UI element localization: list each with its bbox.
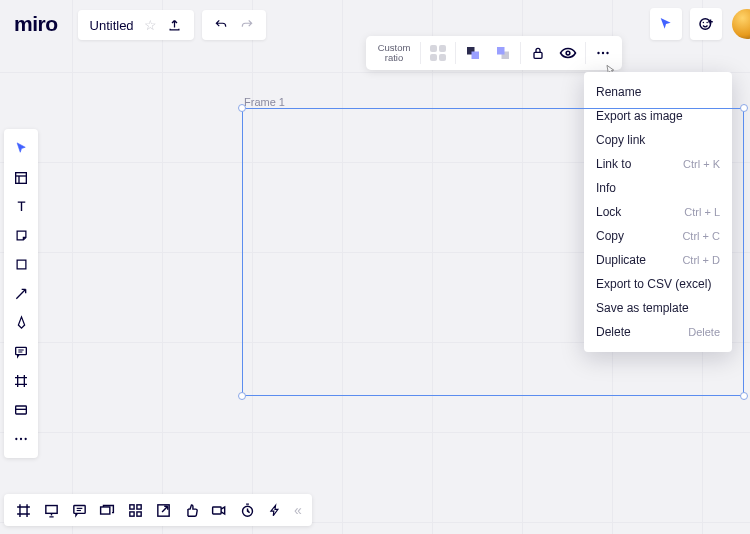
svg-rect-16 <box>16 347 27 354</box>
svg-point-0 <box>700 19 711 30</box>
bottom-apps[interactable] <box>122 496 148 524</box>
undo-redo-card <box>202 10 266 40</box>
bottom-video[interactable] <box>206 496 232 524</box>
send-back-button[interactable] <box>488 38 518 68</box>
tool-templates[interactable] <box>6 164 36 191</box>
ellipsis-icon <box>13 436 29 442</box>
svg-rect-15 <box>17 260 26 269</box>
tool-pen[interactable] <box>6 309 36 336</box>
svg-rect-12 <box>16 172 27 183</box>
star-icon[interactable]: ☆ <box>144 18 157 32</box>
tool-select[interactable] <box>6 135 36 162</box>
timer-icon <box>239 502 256 519</box>
card-icon <box>13 402 29 418</box>
user-avatar[interactable] <box>732 9 750 39</box>
bottom-share[interactable] <box>150 496 176 524</box>
tool-sticky[interactable] <box>6 222 36 249</box>
bottom-activity[interactable] <box>262 496 288 524</box>
bring-front-button[interactable] <box>458 38 488 68</box>
ellipsis-icon <box>594 44 612 62</box>
resize-handle-br[interactable] <box>740 392 748 400</box>
redo-button[interactable] <box>234 11 260 39</box>
lock-button[interactable] <box>523 38 553 68</box>
sticky-note-icon <box>14 228 29 243</box>
divider <box>455 42 456 64</box>
svg-point-22 <box>20 437 22 439</box>
svg-rect-32 <box>136 511 140 515</box>
svg-rect-6 <box>497 47 505 55</box>
svg-point-11 <box>606 52 608 54</box>
svg-rect-7 <box>534 52 542 58</box>
selection-toolbar: Custom ratio <box>366 36 622 70</box>
tool-comment[interactable] <box>6 338 36 365</box>
video-icon <box>210 502 228 519</box>
svg-point-8 <box>566 51 570 55</box>
tool-rail <box>4 129 38 458</box>
transparency-icon <box>429 44 447 62</box>
bottom-comments[interactable] <box>66 496 92 524</box>
svg-point-23 <box>25 437 27 439</box>
svg-point-21 <box>15 437 17 439</box>
svg-rect-28 <box>101 506 110 513</box>
divider <box>520 42 521 64</box>
template-icon <box>13 170 29 186</box>
frame-icon <box>15 502 32 519</box>
svg-point-1 <box>703 22 705 24</box>
tool-more[interactable] <box>6 425 36 452</box>
bolt-icon <box>268 502 282 519</box>
board-title-card[interactable]: Untitled ☆ <box>78 10 194 40</box>
collab-cursor-button[interactable] <box>650 8 682 40</box>
ctx-rename[interactable]: Rename <box>584 80 732 104</box>
tool-frame[interactable] <box>6 367 36 394</box>
svg-point-9 <box>597 52 599 54</box>
tool-text[interactable] <box>6 193 36 220</box>
svg-rect-30 <box>136 504 140 508</box>
bottom-vote[interactable] <box>178 496 204 524</box>
bottom-timer[interactable] <box>234 496 260 524</box>
thumbs-up-icon <box>183 502 200 519</box>
svg-rect-34 <box>213 506 222 513</box>
pen-icon <box>14 314 29 331</box>
bottom-cards[interactable] <box>94 496 120 524</box>
ctx-label: Rename <box>596 85 641 99</box>
export-icon[interactable] <box>167 18 182 33</box>
resize-handle-bl[interactable] <box>238 392 246 400</box>
arrow-icon <box>13 286 29 302</box>
tool-arrow[interactable] <box>6 280 36 307</box>
visibility-button[interactable] <box>553 38 583 68</box>
frame-ratio-button[interactable]: Custom ratio <box>370 43 418 63</box>
svg-point-2 <box>706 22 708 24</box>
bottom-more[interactable]: « <box>290 502 306 518</box>
svg-rect-24 <box>45 505 56 513</box>
divider <box>585 42 586 64</box>
presentation-icon <box>43 502 60 519</box>
divider <box>420 42 421 64</box>
share-icon <box>155 502 172 519</box>
svg-rect-4 <box>472 52 480 60</box>
undo-button[interactable] <box>208 11 234 39</box>
bottom-frames[interactable] <box>10 496 36 524</box>
comment-icon <box>71 502 88 519</box>
bottom-toolbar: « <box>4 494 312 526</box>
resize-handle-tl[interactable] <box>238 104 246 112</box>
frame-icon <box>13 373 29 389</box>
rectangle-icon <box>14 257 29 272</box>
frame-label[interactable]: Frame 1 <box>244 96 285 108</box>
svg-point-10 <box>602 52 604 54</box>
tool-shape[interactable] <box>6 251 36 278</box>
svg-rect-25 <box>73 505 84 513</box>
text-icon <box>14 199 29 214</box>
reactions-button[interactable] <box>690 8 722 40</box>
svg-rect-31 <box>129 511 133 515</box>
board-title: Untitled <box>90 18 134 33</box>
frame-1[interactable] <box>242 108 744 396</box>
resize-handle-tr[interactable] <box>740 104 748 112</box>
fill-none-button[interactable] <box>423 38 453 68</box>
comment-icon <box>13 344 29 360</box>
svg-rect-29 <box>129 504 133 508</box>
cards-icon <box>98 502 116 519</box>
tool-upload[interactable] <box>6 396 36 423</box>
miro-logo[interactable]: miro <box>0 8 70 42</box>
bottom-present[interactable] <box>38 496 64 524</box>
grid-icon <box>127 502 144 519</box>
